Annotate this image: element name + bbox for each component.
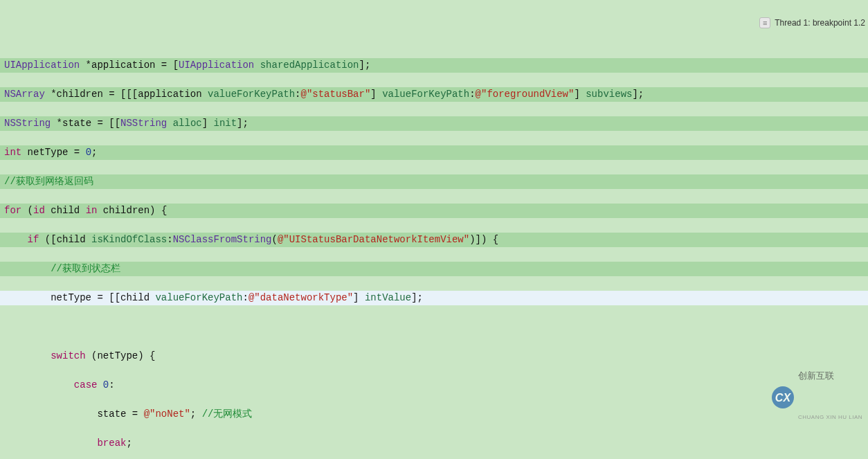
token: intValue — [365, 292, 411, 303]
token — [254, 60, 260, 71]
token: NSArray — [4, 89, 45, 100]
token — [167, 118, 172, 129]
token: if — [28, 234, 39, 245]
token: ] — [574, 89, 586, 100]
token: switch — [51, 350, 85, 361]
watermark-logo-icon: CX — [772, 386, 794, 408]
token: @"UIStatusBarDataNetworkItemView" — [278, 234, 469, 245]
code-line-9-current: netType = [[child valueForKeyPath:@"data… — [0, 291, 868, 305]
token: UIApplication — [4, 60, 80, 71]
token — [4, 234, 28, 245]
breakpoint-label: Thread 1: breakpoint 1.2 — [775, 16, 865, 30]
watermark: CX 创新互联 CHUANG XIN HU LIAN — [772, 342, 862, 453]
token: ] — [353, 292, 365, 303]
token — [4, 438, 97, 449]
code-line-5: //获取到网络返回码 — [0, 174, 868, 189]
token: case — [74, 379, 98, 390]
token: NSString — [120, 118, 167, 129]
token: ] — [202, 118, 214, 129]
token: //获取到网络返回码 — [4, 176, 93, 187]
code-line-3: NSString *state = [[NSString alloc] init… — [0, 116, 868, 131]
code-line-10 — [0, 320, 868, 334]
token: : — [242, 292, 248, 303]
token: *state = [[ — [51, 118, 120, 129]
code-line-4: int netType = 0; — [0, 145, 868, 160]
token: //无网模式 — [202, 408, 253, 420]
token: @"noNet" — [144, 408, 190, 420]
token: : — [109, 379, 114, 390]
code-line-8: //获取到状态栏 — [0, 262, 868, 276]
token: valueForKeyPath — [382, 89, 469, 100]
token: break — [97, 438, 126, 449]
token: init — [214, 118, 237, 129]
token: @"foregroundView" — [476, 89, 575, 100]
token: : — [469, 89, 475, 100]
token: child — [45, 205, 86, 216]
token: ; — [126, 438, 132, 449]
token: //获取到状态栏 — [51, 263, 120, 274]
token — [4, 379, 74, 390]
token — [4, 263, 51, 274]
token: ]; — [411, 292, 423, 303]
watermark-text: 创新互联 — [798, 371, 862, 381]
token: children) { — [97, 205, 167, 216]
token: ; — [91, 147, 97, 158]
token: 0 — [103, 379, 109, 390]
token: : — [167, 234, 172, 245]
token: id — [33, 205, 45, 216]
breakpoint-icon: ≡ — [759, 17, 770, 28]
code-line-7: if ([child isKindOfClass:NSClassFromStri… — [0, 233, 868, 247]
token: ] — [370, 89, 382, 100]
token: @"statusBar" — [301, 89, 371, 100]
token: alloc — [173, 118, 202, 129]
token: for — [4, 205, 21, 216]
token: )]) { — [469, 234, 498, 245]
token: isKindOfClass — [91, 234, 167, 245]
token: valueForKeyPath — [155, 292, 242, 303]
code-line-1: UIApplication *application = [UIApplicat… — [0, 58, 868, 73]
token: @"dataNetworkType" — [248, 292, 353, 303]
token: subviews — [586, 89, 632, 100]
token: in — [86, 205, 98, 216]
code-line-2: NSArray *children = [[[application value… — [0, 87, 868, 102]
token: ( — [272, 234, 278, 245]
token: *application = [ — [80, 60, 179, 71]
token: 0 — [86, 147, 91, 158]
token: sharedApplication — [260, 60, 359, 71]
token: ([child — [39, 234, 91, 245]
code-line-11: switch (netType) { — [0, 349, 868, 363]
token: NSString — [4, 118, 51, 129]
token: : — [295, 89, 300, 100]
code-line-6: for (id child in children) { — [0, 204, 868, 218]
token: (netType) { — [86, 350, 156, 361]
token: ; — [190, 408, 202, 420]
token — [4, 350, 51, 361]
token: *children = [[[application — [45, 89, 208, 100]
token: UIApplication — [179, 60, 254, 71]
token — [97, 379, 102, 390]
token: ]; — [632, 89, 644, 100]
token: ( — [21, 205, 33, 216]
breakpoint-indicator[interactable]: ≡ Thread 1: breakpoint 1.2 — [759, 17, 865, 29]
watermark-subtext: CHUANG XIN HU LIAN — [798, 410, 862, 424]
token: ]; — [237, 118, 248, 129]
token: ]; — [359, 60, 371, 71]
token: netType = — [21, 147, 85, 158]
code-line-13: state = @"noNet"; //无网模式 — [0, 407, 868, 422]
token: int — [4, 147, 21, 158]
token: state = — [4, 408, 144, 420]
code-line-14: break; — [0, 436, 868, 451]
token: valueForKeyPath — [208, 89, 295, 100]
token: NSClassFromString — [173, 234, 272, 245]
code-line-12: case 0: — [0, 378, 868, 393]
token: netType = [[child — [4, 292, 155, 303]
